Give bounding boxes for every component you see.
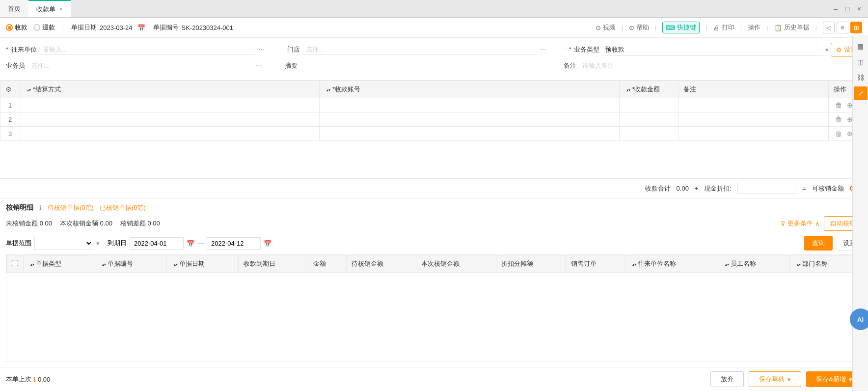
draft-button[interactable]: 保存草稿 ▾ — [749, 371, 801, 387]
select-all-checkbox[interactable] — [12, 260, 18, 266]
amount-col-header[interactable]: ▴▾ *收款金额 — [619, 81, 678, 98]
salesperson-field: 业务员 ··· — [6, 60, 265, 71]
summary-input[interactable] — [300, 60, 544, 71]
prev-view-btn[interactable]: ◁ — [823, 22, 835, 33]
pending-tab-link[interactable]: 待核销单据(0笔) — [48, 203, 94, 212]
range-select[interactable] — [34, 237, 93, 250]
settings-col-header[interactable]: ⚙ — [0, 81, 20, 98]
maximize-button[interactable]: □ — [843, 5, 851, 13]
settlement-cell-2[interactable] — [20, 112, 320, 127]
counterpart-dots[interactable]: ··· — [255, 46, 268, 54]
sidebar-layout-icon[interactable]: ◫ — [854, 55, 868, 69]
employee-col[interactable]: ▴▾ 员工名称 — [718, 255, 789, 273]
list-view-btn[interactable]: ≡ — [837, 22, 848, 33]
completed-tab-link[interactable]: 已核销单据(0笔) — [100, 203, 146, 212]
business-type-arrow[interactable]: ▾ — [823, 46, 831, 54]
amount-label-col: 金额 — [313, 260, 326, 267]
settlement-cell-1[interactable] — [20, 98, 320, 112]
unverified-stat: 未核销金额 0.00 — [6, 219, 52, 228]
print-icon: 🖨 — [713, 24, 720, 31]
settlement-col-header[interactable]: ▴▾ *结算方式 — [20, 81, 320, 98]
dept-col[interactable]: ▴▾ 部门名称 — [789, 255, 861, 273]
tab-receipt[interactable]: 收款单 × — [28, 0, 71, 17]
close-button[interactable]: × — [855, 5, 863, 13]
sort-counterpart: ▴▾ — [632, 263, 636, 267]
current-stat: 本次核销金额 0.00 — [60, 219, 112, 228]
right-sidebar: ▦ ◫ ⛓ ⤢ Ai — [852, 35, 868, 391]
salesperson-dots[interactable]: ··· — [253, 62, 265, 70]
sidebar-link-icon[interactable]: ⛓ — [854, 71, 868, 84]
gear-icon: ⚙ — [836, 46, 842, 54]
account-cell-1[interactable] — [320, 98, 619, 112]
sidebar-expand-icon[interactable]: ⤢ — [854, 86, 868, 100]
query-button[interactable]: 查询 — [804, 236, 833, 251]
discount-input[interactable] — [737, 183, 796, 194]
account-cell-3[interactable] — [320, 127, 619, 141]
account-cell-2[interactable] — [320, 112, 619, 127]
amount-cell-1[interactable] — [619, 98, 678, 112]
radio-receipt[interactable]: 收款 — [6, 23, 27, 32]
calendar-start-icon[interactable]: 📅 — [187, 240, 194, 247]
due-date-label: 到期日 — [108, 239, 127, 248]
remark-input[interactable] — [579, 60, 823, 71]
doc-num-col[interactable]: ▴▾ 单据编号 — [95, 255, 166, 273]
doc-date-col[interactable]: ▴▾ 单据日期 — [166, 255, 238, 273]
table-settings-icon[interactable]: ⚙ — [5, 85, 12, 93]
operation-action[interactable]: 操作 — [748, 23, 760, 32]
ai-button[interactable]: Ai — [850, 308, 868, 330]
store-input[interactable] — [303, 44, 537, 55]
required-star: * — [6, 46, 8, 53]
video-action[interactable]: ⊙ 视频 — [596, 23, 616, 32]
date-value: 2023-03-24 — [100, 24, 133, 31]
delete-icon-3[interactable]: 🗑 — [835, 130, 842, 138]
more-conditions-btn[interactable]: ⊽ 更多条件 ∧ — [781, 219, 820, 228]
sort-doc-num: ▴▾ — [102, 263, 106, 267]
counterpart-input[interactable] — [40, 44, 255, 55]
due-date-start-input[interactable] — [130, 237, 184, 250]
copy-icon-1[interactable]: ⊕ — [847, 101, 853, 109]
radio-refund[interactable]: 退款 — [33, 23, 55, 32]
due-date-end-input[interactable] — [207, 237, 261, 250]
employee-label-col: 员工名称 — [731, 260, 756, 267]
verification-table: ▴▾ 单据类型 ▴▾ 单据编号 ▴▾ 单据日期 — [6, 254, 862, 362]
tab-home[interactable]: 首页 — [0, 0, 28, 17]
grid-view-btn[interactable]: ⊞ — [850, 22, 862, 33]
total-value: 0.00 — [677, 185, 689, 192]
amount-cell-2[interactable] — [619, 112, 678, 127]
delete-icon-2[interactable]: 🗑 — [835, 115, 842, 123]
sidebar-table-icon[interactable]: ▦ — [854, 39, 868, 53]
remark-cell-2[interactable] — [678, 112, 828, 127]
remark-col-header[interactable]: 备注 — [678, 81, 828, 98]
info-icon[interactable]: ℹ — [39, 204, 42, 211]
tab-close-icon[interactable]: × — [59, 6, 63, 13]
salesperson-input[interactable] — [28, 60, 253, 71]
shortcut-action[interactable]: ⌨ 快捷键 — [662, 22, 700, 33]
history-action[interactable]: 📋 历史单据 — [774, 23, 810, 32]
doc-type-col[interactable]: ▴▾ 单据类型 — [24, 255, 95, 273]
sales-order-label: 销售订单 — [571, 260, 597, 267]
abandon-button[interactable]: 放弃 — [710, 371, 744, 387]
minimize-button[interactable]: – — [832, 5, 840, 13]
remark-cell-3[interactable] — [678, 127, 828, 141]
counterpart-col[interactable]: ▴▾ 往来单位名称 — [625, 255, 718, 273]
plus-sign: + — [695, 185, 699, 192]
salesperson-label: 业务员 — [6, 61, 28, 70]
footer-info-icon[interactable]: ℹ — [33, 376, 36, 383]
draft-arrow-icon: ▾ — [787, 376, 791, 383]
account-col-header[interactable]: ▴▾ *收款账号 — [320, 81, 619, 98]
copy-icon-2[interactable]: ⊕ — [847, 115, 853, 123]
remark-cell-1[interactable] — [678, 98, 828, 112]
copy-icon-3[interactable]: ⊕ — [847, 130, 853, 138]
print-action[interactable]: 🖨 打印 — [713, 23, 734, 32]
store-dots[interactable]: ··· — [537, 46, 549, 54]
discount-label-col: 折扣分摊额 — [501, 260, 533, 267]
delete-icon-1[interactable]: 🗑 — [835, 101, 842, 109]
divider-1 — [63, 23, 63, 32]
receipt-refund-toggle: 收款 退款 — [6, 23, 55, 32]
calendar-end-icon[interactable]: 📅 — [264, 240, 271, 247]
amount-cell-3[interactable] — [619, 127, 678, 141]
calendar-icon[interactable]: 📅 — [137, 24, 145, 31]
settlement-cell-3[interactable] — [20, 127, 320, 141]
counterpart-label: * 往来单位 — [6, 45, 40, 54]
help-action[interactable]: ⊙ 帮助 — [629, 23, 649, 32]
